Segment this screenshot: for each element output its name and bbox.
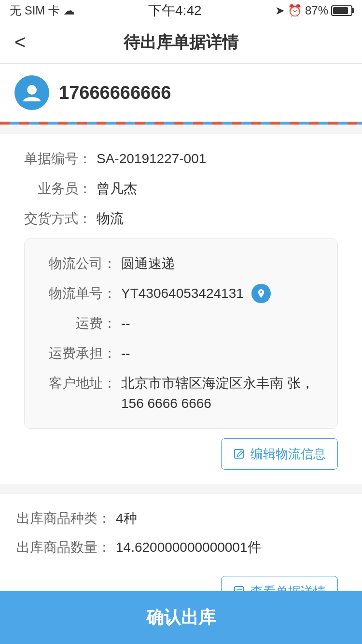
- sim-status: 无 SIM 卡 ☁: [10, 3, 75, 18]
- logistics-tracking-value: YT43064053424131: [121, 283, 323, 304]
- goods-types-row: 出库商品种类： 4种: [14, 508, 348, 529]
- dashed-separator: [0, 122, 362, 125]
- edit-logistics-label: 编辑物流信息: [251, 446, 326, 462]
- address-value: 北京市市辖区海淀区永丰南 张，156 6666 6666: [121, 373, 323, 414]
- confirm-outbound-label: 确认出库: [146, 606, 216, 630]
- delivery-label: 交货方式：: [14, 209, 92, 229]
- map-pin-icon: [256, 288, 266, 299]
- goods-types-value: 4种: [116, 508, 348, 529]
- battery-percent: 87%: [305, 4, 328, 17]
- edit-btn-row: 编辑物流信息: [14, 429, 348, 470]
- status-left: 无 SIM 卡 ☁: [10, 3, 75, 18]
- confirm-outbound-button[interactable]: 确认出库: [0, 591, 362, 644]
- freight-bearer-row: 运费承担： --: [39, 343, 323, 364]
- goods-quantity-label: 出库商品数量：: [14, 537, 111, 558]
- doc-number-value: SA-20191227-001: [97, 149, 348, 169]
- freight-label: 运费：: [39, 313, 116, 334]
- track-location-button[interactable]: [251, 284, 271, 303]
- user-icon: [21, 82, 42, 103]
- customer-section: 17666666666: [0, 64, 362, 122]
- salesperson-value: 曾凡杰: [97, 179, 348, 199]
- location-status-icon: ➤: [275, 4, 285, 17]
- delivery-value: 物流: [97, 209, 348, 229]
- goods-types-label: 出库商品种类：: [14, 508, 111, 529]
- goods-quantity-row: 出库商品数量： 14.620000000000001件: [14, 537, 348, 558]
- logistics-tracking-label: 物流单号：: [39, 283, 116, 304]
- nav-bar: < 待出库单据详情: [0, 21, 362, 64]
- edit-icon: [233, 448, 246, 461]
- battery-fill: [333, 7, 348, 14]
- status-time: 下午4:42: [148, 1, 202, 20]
- logistics-company-label: 物流公司：: [39, 253, 116, 274]
- edit-logistics-button[interactable]: 编辑物流信息: [221, 438, 338, 470]
- address-label: 客户地址：: [39, 373, 116, 393]
- avatar: [14, 75, 49, 110]
- freight-bearer-label: 运费承担：: [39, 343, 116, 364]
- doc-number-row: 单据编号： SA-20191227-001: [14, 149, 348, 169]
- back-button[interactable]: <: [14, 31, 26, 53]
- salesperson-row: 业务员： 曾凡杰: [14, 179, 348, 199]
- goods-quantity-value: 14.620000000000001件: [116, 537, 348, 558]
- salesperson-label: 业务员：: [14, 179, 92, 199]
- main-content: 17666666666 单据编号： SA-20191227-001 业务员： 曾…: [0, 64, 362, 644]
- status-right: ➤ ⏰ 87%: [275, 4, 352, 17]
- doc-number-label: 单据编号：: [14, 149, 92, 169]
- tracking-number-text: YT43064053424131: [121, 283, 244, 304]
- freight-bearer-value: --: [121, 343, 323, 364]
- address-row: 客户地址： 北京市市辖区海淀区永丰南 张，156 6666 6666: [39, 373, 323, 414]
- document-info-section: 单据编号： SA-20191227-001 业务员： 曾凡杰 交货方式： 物流 …: [0, 134, 362, 484]
- logistics-card: 物流公司： 圆通速递 物流单号： YT43064053424131 运费： --: [24, 238, 338, 429]
- battery-icon: [331, 5, 352, 16]
- status-bar: 无 SIM 卡 ☁ 下午4:42 ➤ ⏰ 87%: [0, 0, 362, 21]
- freight-value: --: [121, 313, 323, 334]
- delivery-row: 交货方式： 物流: [14, 209, 348, 229]
- logistics-company-value: 圆通速递: [121, 253, 323, 274]
- logistics-tracking-row: 物流单号： YT43064053424131: [39, 283, 323, 304]
- svg-point-0: [27, 85, 37, 95]
- logistics-company-row: 物流公司： 圆通速递: [39, 253, 323, 274]
- customer-phone: 17666666666: [59, 83, 171, 103]
- page-title: 待出库单据详情: [124, 31, 238, 54]
- freight-row: 运费： --: [39, 313, 323, 334]
- alarm-icon: ⏰: [288, 4, 302, 17]
